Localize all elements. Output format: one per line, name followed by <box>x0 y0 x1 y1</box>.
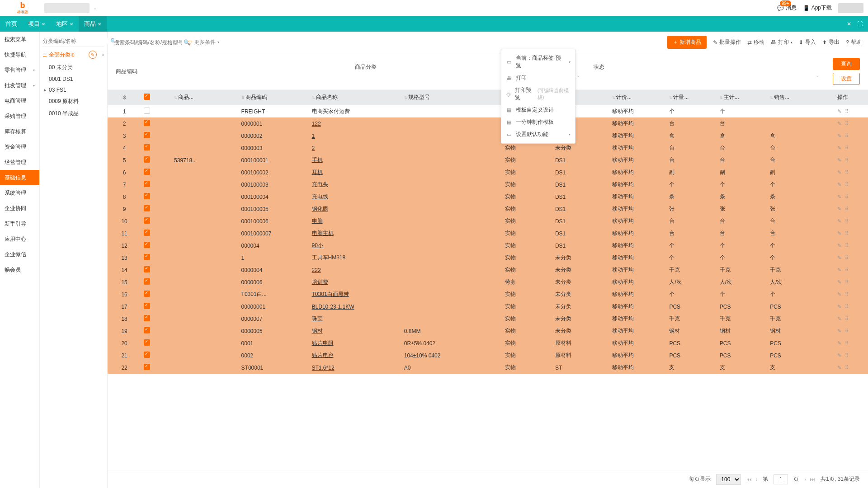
import-button[interactable]: ⬇导入 <box>799 38 816 46</box>
query-button[interactable]: 查询 <box>833 58 860 70</box>
edit-row-icon[interactable]: ✎ <box>837 121 841 127</box>
messages-button[interactable]: 99+ 💬 消息 <box>777 4 797 12</box>
fullscreen-icon[interactable]: ⛶ <box>856 20 863 28</box>
table-row[interactable]: 150000006培训费劳务未分类移动平均人/次人/次人/次✎⠿ <box>108 276 868 288</box>
print-button[interactable]: 🖶打印▴ <box>771 38 793 46</box>
th-code[interactable]: 商品编码 <box>245 94 267 100</box>
more-row-icon[interactable]: ⠿ <box>845 340 849 346</box>
sidebar-item-批发管理[interactable]: 批发管理▾ <box>0 78 39 93</box>
product-name-link[interactable]: 手机 <box>312 157 323 163</box>
edit-row-icon[interactable]: ✎ <box>837 194 841 200</box>
page-input[interactable] <box>774 474 788 484</box>
more-row-icon[interactable]: ⠿ <box>845 365 849 371</box>
table-row[interactable]: 200001贴片电阻0R±5% 0402实物原材料移动平均PCSPCSPCS✎⠿ <box>108 337 868 349</box>
table-row[interactable]: 22ST00001ST1.6*12A0实物ST移动平均支支支✎⠿ <box>108 361 868 374</box>
sidebar-item-搜索菜单[interactable]: 搜索菜单 <box>0 32 39 47</box>
product-name-link[interactable]: 耳机 <box>312 169 323 175</box>
app-download-button[interactable]: 📱 App下载 <box>803 4 832 12</box>
tree-item[interactable]: 00 未分类 <box>42 61 104 74</box>
user-avatar[interactable] <box>838 3 863 13</box>
product-name-link[interactable]: 1 <box>312 133 315 139</box>
product-name-link[interactable]: 钢材 <box>312 328 323 334</box>
tab-商品[interactable]: 商品✕ <box>79 16 107 32</box>
row-checkbox[interactable] <box>144 156 150 163</box>
row-checkbox[interactable] <box>144 169 150 175</box>
more-row-icon[interactable]: ⠿ <box>845 194 849 200</box>
export-button[interactable]: ⬆导出 <box>822 38 840 46</box>
table-row[interactable]: 110001000007电脑主机实物DS1移动平均台台台✎⠿ <box>108 227 868 239</box>
sidebar-item-资金管理[interactable]: 资金管理 <box>0 139 39 155</box>
edit-row-icon[interactable]: ✎ <box>837 328 841 334</box>
table-row[interactable]: 210002贴片电容104±10% 0402实物原材料移动平均PCSPCSPCS… <box>108 349 868 361</box>
sidebar-item-快捷导航[interactable]: 快捷导航 <box>0 47 39 62</box>
more-row-icon[interactable]: ⠿ <box>845 328 849 334</box>
row-checkbox[interactable] <box>144 364 150 370</box>
tree-all-categories[interactable]: 全部分类⊙ <box>49 51 87 59</box>
product-name-link[interactable]: 2 <box>312 145 315 151</box>
edit-row-icon[interactable]: ✎ <box>837 182 841 188</box>
more-row-icon[interactable]: ⠿ <box>845 145 849 151</box>
row-checkbox[interactable] <box>144 352 150 358</box>
row-checkbox[interactable] <box>144 303 150 309</box>
row-checkbox[interactable] <box>144 266 150 272</box>
move-button[interactable]: ⇄移动 <box>747 38 764 46</box>
table-row[interactable]: 300000021实物未分类移动平均盒盒盒✎⠿ <box>108 130 868 142</box>
more-row-icon[interactable]: ⠿ <box>845 108 849 114</box>
row-checkbox[interactable] <box>144 144 150 150</box>
edit-row-icon[interactable]: ✎ <box>837 206 841 212</box>
edit-row-icon[interactable]: ✎ <box>837 279 841 285</box>
table-row[interactable]: 8000100004充电线实物DS1移动平均条条条✎⠿ <box>108 191 868 203</box>
product-name-link[interactable]: 珠宝 <box>312 315 323 322</box>
tree-item[interactable]: 0010 半成品 <box>42 108 104 120</box>
edit-row-icon[interactable]: ✎ <box>837 243 841 249</box>
edit-row-icon[interactable]: ✎ <box>837 255 841 261</box>
sidebar-item-经营管理[interactable]: 经营管理 <box>0 155 39 170</box>
row-checkbox[interactable] <box>144 315 150 321</box>
th-main[interactable]: 主计... <box>724 94 739 100</box>
sidebar-item-零售管理[interactable]: 零售管理▾ <box>0 62 39 78</box>
expand-icon[interactable]: ▸ <box>44 88 47 92</box>
dd-current-template[interactable]: ▭当前：商品标签-预览▾ <box>501 52 575 72</box>
table-row[interactable]: 10000100006电脑实物DS1移动平均台台台✎⠿ <box>108 215 868 227</box>
sidebar-item-畅会员[interactable]: 畅会员 <box>0 262 39 277</box>
edit-row-icon[interactable]: ✎ <box>837 145 841 151</box>
dd-default[interactable]: ▭设置默认功能▾ <box>501 128 575 141</box>
sidebar-item-采购管理[interactable]: 采购管理 <box>0 108 39 124</box>
edit-row-icon[interactable]: ✎ <box>837 304 841 310</box>
tab-地区[interactable]: 地区✕ <box>51 16 79 32</box>
product-name-link[interactable]: 90小 <box>312 242 323 249</box>
edit-category-icon[interactable]: ✎ <box>89 51 97 59</box>
close-icon[interactable]: ✕ <box>70 22 73 27</box>
table-row[interactable]: 6000100002耳机实物DS1移动平均副副副✎⠿ <box>108 166 868 178</box>
table-row[interactable]: 1700000001BLD10-23-1.1KW实物未分类移动平均PCSPCSP… <box>108 300 868 313</box>
product-name-link[interactable]: 222 <box>312 267 321 273</box>
product-name-link[interactable]: 贴片电阻 <box>312 340 334 346</box>
product-name-link[interactable]: 122 <box>312 121 321 127</box>
edit-row-icon[interactable]: ✎ <box>837 218 841 224</box>
row-checkbox[interactable] <box>144 327 150 333</box>
dd-print[interactable]: 🖶打印 <box>501 72 575 84</box>
product-name-link[interactable]: 钢化膜 <box>312 206 328 212</box>
edit-row-icon[interactable]: ✎ <box>837 157 841 163</box>
edit-row-icon[interactable]: ✎ <box>837 316 841 322</box>
edit-row-icon[interactable]: ✎ <box>837 108 841 114</box>
row-checkbox[interactable] <box>144 291 150 297</box>
product-name-link[interactable]: 贴片电容 <box>312 352 334 358</box>
product-name-link[interactable]: 电脑 <box>312 218 323 224</box>
close-icon[interactable]: ✕ <box>98 22 101 27</box>
product-name-link[interactable]: 培训费 <box>312 279 328 285</box>
row-checkbox[interactable] <box>144 242 150 248</box>
product-name-link[interactable]: 电商买家付运费 <box>312 108 350 114</box>
th-name[interactable]: 商品名称 <box>316 94 338 100</box>
more-row-icon[interactable]: ⠿ <box>845 121 849 127</box>
table-row[interactable]: 7000100003充电头实物DS1移动平均个个个✎⠿ <box>108 178 868 191</box>
sidebar-item-电商管理[interactable]: 电商管理 <box>0 93 39 108</box>
sidebar-item-新手引导[interactable]: 新手引导 <box>0 216 39 231</box>
more-filters-button[interactable]: ▽ 更多条件 ▾ <box>188 38 219 46</box>
product-name-link[interactable]: 充电线 <box>312 193 328 200</box>
th-barcode[interactable]: 商品... <box>178 94 193 100</box>
row-checkbox[interactable] <box>144 230 150 236</box>
row-checkbox[interactable] <box>144 254 150 260</box>
pager-prev-icon[interactable]: ‹ <box>755 476 757 483</box>
product-search-input[interactable] <box>114 39 182 46</box>
